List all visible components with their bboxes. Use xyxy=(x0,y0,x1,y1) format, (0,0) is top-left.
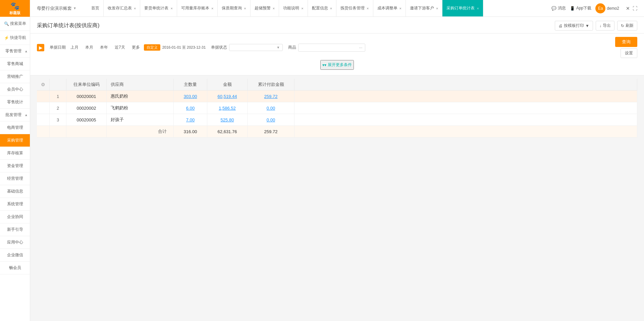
row-supplier: 飞鹤奶粉 xyxy=(107,102,174,114)
filter-settings-button[interactable]: 设置 xyxy=(621,48,637,58)
refresh-button[interactable]: ↻ 刷新 xyxy=(617,21,637,31)
purchase-order-table: ⚙ 往来单位编码 供应商 主数量 金额 累计付款金额 1 00020001 惠氏… xyxy=(37,79,637,138)
sidebar-item-marketing[interactable]: 营销推广 xyxy=(0,70,30,83)
table-row[interactable]: 3 00020005 好孩子 7.00 525.80 0.00 xyxy=(37,114,637,126)
tab-close-expiry-query[interactable]: × xyxy=(244,6,246,10)
sidebar-item-wechat[interactable]: 企业微信 xyxy=(0,249,30,262)
tab-invite-downstream[interactable]: 邀请下游客户× xyxy=(406,0,442,17)
tab-expiry-query[interactable]: 保质期查询× xyxy=(218,0,250,17)
tab-close-receive-summary[interactable]: × xyxy=(134,6,136,10)
tab-close-config-info[interactable]: × xyxy=(330,6,332,10)
row-qty: 303.00 xyxy=(174,91,207,102)
sidebar-item-ecommerce[interactable]: 电商管理 xyxy=(0,121,30,134)
tab-label-overstock-alert: 超储预警 xyxy=(255,5,271,11)
sidebar-label-member2: 畅会员 xyxy=(2,265,28,271)
sidebar-item-operation[interactable]: 经营管理 xyxy=(0,172,30,185)
last-7days-btn[interactable]: 近7天 xyxy=(112,44,128,51)
row-qty-link[interactable]: 303.00 xyxy=(184,94,197,99)
message-icon: 💬 xyxy=(551,6,556,11)
tab-cost-adjust[interactable]: 成本调整单× xyxy=(373,0,406,17)
tab-available-stock[interactable]: 可用量库存账本× xyxy=(177,0,218,17)
row-qty-link[interactable]: 6.00 xyxy=(186,106,195,111)
row-paid-link[interactable]: 0.00 xyxy=(267,106,275,111)
status-select[interactable]: ▼ xyxy=(229,44,283,51)
sidebar-item-basic[interactable]: 基础信息 xyxy=(0,185,30,198)
goods-select[interactable]: ··· xyxy=(298,44,365,52)
sidebar-label-newguide: 新手引导 xyxy=(2,227,28,232)
table-row[interactable]: 1 00020001 惠氏奶粉 303.00 60,519.44 259.72 xyxy=(37,91,637,102)
row-amount-link[interactable]: 60,519.44 xyxy=(218,94,237,99)
sidebar-item-appcenter[interactable]: 应用中心 xyxy=(0,236,30,249)
refresh-icon: ↻ xyxy=(621,23,624,28)
column-settings-button[interactable]: ⚙ xyxy=(41,82,45,87)
tab-function-desc[interactable]: 功能说明× xyxy=(279,0,308,17)
row-extra xyxy=(294,102,637,114)
account-dropdown[interactable]: 母婴行业演示账套 ▼ xyxy=(34,5,87,11)
sidebar-item-finance[interactable]: 资金管理 xyxy=(0,160,30,172)
sidebar-item-retail-shop[interactable]: 零售商城 xyxy=(0,58,30,70)
expand-more-button[interactable]: ▾▾ 展开更多条件 xyxy=(320,60,354,70)
row-paid-link[interactable]: 259.72 xyxy=(264,94,278,99)
tab-pick-task[interactable]: 拣货任务管理× xyxy=(336,0,373,17)
this-month-btn[interactable]: 本月 xyxy=(83,44,96,51)
sidebar-label-system: 系统管理 xyxy=(2,201,28,207)
tabs-container: 首页收发存汇总表×要货单统计表×可用量库存账本×保质期查询×超储预警×功能说明×… xyxy=(87,0,548,17)
row-qty-link[interactable]: 7.00 xyxy=(186,117,195,122)
tab-close-cost-adjust[interactable]: × xyxy=(399,6,401,10)
query-button[interactable]: 查询 xyxy=(615,37,637,47)
sidebar-item-newguide[interactable]: 新手引导 xyxy=(0,223,30,236)
tab-order-summary[interactable]: 要货单统计表× xyxy=(140,0,177,17)
tab-home[interactable]: 首页 xyxy=(87,0,104,17)
maximize-button[interactable]: ⛶ xyxy=(633,6,637,11)
tab-close-invite-downstream[interactable]: × xyxy=(436,6,438,10)
sidebar-item-member2[interactable]: 畅会员 xyxy=(0,262,30,274)
table-row[interactable]: 2 00020002 飞鹤奶粉 6.00 1,586.52 0.00 xyxy=(37,102,637,114)
sidebar-label-basic: 基础信息 xyxy=(2,189,28,194)
quick-nav-button[interactable]: ⚡ 快捷导航 xyxy=(2,34,28,42)
tab-close-order-summary[interactable]: × xyxy=(170,6,172,10)
dropdown-arrow-icon: ▼ xyxy=(73,6,76,10)
row-amount: 1,586.52 xyxy=(207,102,248,114)
row-amount: 60,519.44 xyxy=(207,91,248,102)
search-menu-button[interactable]: 🔍 搜索菜单 xyxy=(2,19,28,28)
tab-close-overstock-alert[interactable]: × xyxy=(273,6,275,10)
sidebar-item-member[interactable]: 会员中心 xyxy=(0,83,30,96)
sidebar-item-retail-stat[interactable]: 零售统计 xyxy=(0,96,30,109)
close-tab-button[interactable]: ✕ xyxy=(626,6,630,11)
date-range-display: 2016-01-01 至 2023-12-31 xyxy=(162,45,206,50)
sidebar-item-retail[interactable]: 零售管理▲ xyxy=(0,45,30,58)
sidebar-item-inventory[interactable]: 库存核算 xyxy=(0,147,30,160)
tab-receive-summary[interactable]: 收发存汇总表× xyxy=(104,0,140,17)
row-paid-link[interactable]: 0.00 xyxy=(267,117,275,122)
tab-close-pick-task[interactable]: × xyxy=(367,6,369,10)
sidebar-item-wholesale[interactable]: 批发管理▲ xyxy=(0,109,30,121)
sidebar-item-enterprise[interactable]: 企业协同 xyxy=(0,211,30,223)
sidebar-item-system[interactable]: 系统管理 xyxy=(0,198,30,211)
custom-date-badge[interactable]: 自定义 xyxy=(144,44,160,51)
more-date-btn[interactable]: 更多 xyxy=(129,44,143,51)
message-button[interactable]: 💬 消息 xyxy=(551,5,566,11)
tab-overstock-alert[interactable]: 超储预警× xyxy=(251,0,279,17)
status-select-arrow-icon: ▼ xyxy=(276,46,280,49)
app-download-button[interactable]: 📱 App下载 xyxy=(570,5,591,11)
print-button[interactable]: 🖨 按模板打印 ▼ xyxy=(555,21,593,31)
sidebar-item-purchase[interactable]: 采购管理 xyxy=(0,134,30,147)
filter-toggle-button[interactable]: ▶ xyxy=(37,44,44,51)
tab-close-purchase-stat[interactable]: × xyxy=(477,6,479,10)
page-header-actions: 🖨 按模板打印 ▼ ↓ 导出 ↻ 刷新 xyxy=(555,21,637,31)
page-header: 采购订单统计表(按供应商) 🖨 按模板打印 ▼ ↓ 导出 ↻ 刷新 xyxy=(30,17,644,34)
tab-label-home: 首页 xyxy=(91,5,99,11)
row-qty: 6.00 xyxy=(174,102,207,114)
tab-config-info[interactable]: 配置信息× xyxy=(308,0,336,17)
tab-label-config-info: 配置信息 xyxy=(312,5,328,11)
tab-purchase-stat[interactable]: 采购订单统计表× xyxy=(442,0,483,17)
this-year-btn[interactable]: 本年 xyxy=(97,44,111,51)
tab-close-available-stock[interactable]: × xyxy=(211,6,213,10)
row-amount-link[interactable]: 1,586.52 xyxy=(219,106,236,111)
export-button[interactable]: ↓ 导出 xyxy=(596,21,614,31)
tab-close-function-desc[interactable]: × xyxy=(301,6,303,10)
user-avatar-button[interactable]: Ea demo2 xyxy=(595,3,619,13)
tab-label-cost-adjust: 成本调整单 xyxy=(377,5,397,11)
row-amount-link[interactable]: 525.80 xyxy=(221,117,234,122)
last-month-btn[interactable]: 上月 xyxy=(68,44,81,51)
